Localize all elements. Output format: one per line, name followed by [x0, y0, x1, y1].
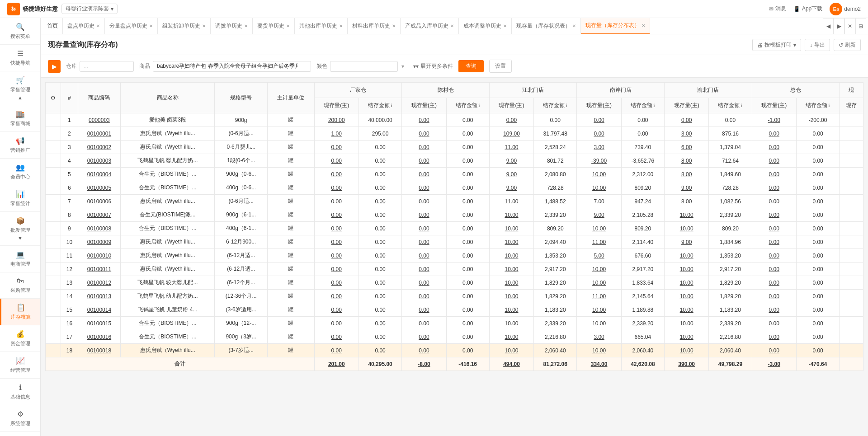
- col-f-stock[interactable]: 0.00: [314, 141, 359, 154]
- tab-split-check[interactable]: 分量盘点单历史 ✕: [105, 18, 158, 34]
- col-yb-stock[interactable]: 10.00: [665, 263, 709, 276]
- col-yb-stock[interactable]: 10.00: [665, 344, 709, 357]
- col-jb-stock[interactable]: 10.00: [489, 249, 533, 263]
- col-yb-stock[interactable]: 8.00: [665, 154, 709, 168]
- col-code[interactable]: 00100016: [78, 330, 121, 344]
- col-f-stock[interactable]: 0.00: [314, 344, 359, 357]
- col-total-stock[interactable]: 0.00: [752, 154, 796, 168]
- col-code[interactable]: 00100005: [78, 181, 121, 195]
- col-yb-stock[interactable]: 10.00: [665, 317, 709, 330]
- col-cy-stock[interactable]: 0.00: [402, 290, 446, 303]
- col-cy-stock[interactable]: 0.00: [402, 235, 446, 249]
- message-item[interactable]: ✉ 消息: [769, 5, 786, 13]
- sidebar-item-ops[interactable]: 📈 经营管理: [0, 352, 40, 379]
- col-code[interactable]: 00100002: [78, 141, 121, 154]
- col-jb-stock[interactable]: 10.00: [489, 208, 533, 222]
- col-na-stock[interactable]: -39.00: [577, 154, 621, 168]
- footer-na-stock[interactable]: 334.00: [577, 357, 621, 371]
- tab-prev-btn[interactable]: ◀: [823, 18, 834, 34]
- col-na-stock[interactable]: 0.00: [577, 113, 621, 127]
- col-na-stock[interactable]: 11.00: [577, 235, 621, 249]
- tab-product[interactable]: 产成品入库单历史 ✕: [401, 18, 459, 34]
- col-jb-stock[interactable]: 10.00: [489, 303, 533, 317]
- col-cy-stock[interactable]: 0.00: [402, 263, 446, 276]
- col-yb-stock[interactable]: 8.00: [665, 168, 709, 181]
- col-total-stock[interactable]: 0.00: [752, 195, 796, 208]
- sidebar-item-basic[interactable]: ℹ 基础信息: [0, 379, 40, 405]
- close-icon[interactable]: ✕: [202, 23, 206, 28]
- col-yb-stock[interactable]: 10.00: [665, 249, 709, 263]
- col-f-stock[interactable]: 0.00: [314, 317, 359, 330]
- col-code[interactable]: 00100007: [78, 208, 121, 222]
- query-button[interactable]: 查询: [458, 60, 484, 72]
- col-total-stock[interactable]: 0.00: [752, 181, 796, 195]
- footer-jb-stock[interactable]: 494.00: [489, 357, 533, 371]
- tab-stock-dist[interactable]: 现存量（库存分布表）✕: [581, 18, 650, 34]
- col-total-stock[interactable]: 0.00: [752, 303, 796, 317]
- col-f-stock[interactable]: 200.00: [314, 113, 359, 127]
- col-jb-stock[interactable]: 0.00: [489, 113, 533, 127]
- col-jb-stock[interactable]: 10.00: [489, 235, 533, 249]
- tab-home[interactable]: 首页: [42, 18, 63, 34]
- close-icon[interactable]: ✕: [96, 23, 100, 28]
- user-item[interactable]: Ea demo2: [830, 3, 861, 15]
- footer-total-stock[interactable]: -3.00: [752, 357, 796, 371]
- th-gear[interactable]: ⚙: [46, 83, 61, 113]
- col-yb-stock[interactable]: 10.00: [665, 276, 709, 290]
- more-conditions[interactable]: ▾▾ 展开更多条件: [413, 62, 453, 70]
- col-total-stock[interactable]: 0.00: [752, 330, 796, 344]
- col-total-stock[interactable]: 0.00: [752, 290, 796, 303]
- col-code[interactable]: 00100008: [78, 222, 121, 235]
- col-yb-stock[interactable]: 10.00: [665, 290, 709, 303]
- col-f-stock[interactable]: 0.00: [314, 249, 359, 263]
- col-f-stock[interactable]: 0.00: [314, 181, 359, 195]
- close-icon[interactable]: ✕: [572, 23, 576, 28]
- sidebar-item-mall[interactable]: 🏬 零售商城: [0, 105, 40, 132]
- close-icon[interactable]: ✕: [244, 23, 248, 28]
- store-selector[interactable]: 母婴行业演示陈套 ▾: [61, 4, 118, 14]
- col-total-stock[interactable]: 0.00: [752, 222, 796, 235]
- col-f-stock[interactable]: 0.00: [314, 168, 359, 181]
- col-cy-stock[interactable]: 0.00: [402, 113, 446, 127]
- sidebar-item-marketing[interactable]: 📢 营销推广: [0, 132, 40, 159]
- col-na-stock[interactable]: 5.00: [577, 249, 621, 263]
- col-jb-stock[interactable]: 10.00: [489, 276, 533, 290]
- tab-material[interactable]: 材料出库单历史 ✕: [348, 18, 401, 34]
- setting-button[interactable]: 设置: [489, 60, 512, 73]
- col-jb-stock[interactable]: 9.00: [489, 181, 533, 195]
- refresh-button[interactable]: ↺ 刷新: [834, 39, 861, 51]
- col-f-stock[interactable]: 0.00: [314, 330, 359, 344]
- col-cy-stock[interactable]: 0.00: [402, 208, 446, 222]
- col-f-stock[interactable]: 0.00: [314, 276, 359, 290]
- col-total-stock[interactable]: 0.00: [752, 127, 796, 141]
- col-f-stock[interactable]: 0.00: [314, 290, 359, 303]
- col-jb-stock[interactable]: 10.00: [489, 317, 533, 330]
- sidebar-item-collab[interactable]: 🤝 企业协同: [0, 432, 40, 436]
- col-cy-stock[interactable]: 0.00: [402, 154, 446, 168]
- close-icon[interactable]: ✕: [339, 23, 343, 28]
- col-cy-stock[interactable]: 0.00: [402, 303, 446, 317]
- col-cy-stock[interactable]: 0.00: [402, 222, 446, 235]
- col-yb-stock[interactable]: 3.00: [665, 127, 709, 141]
- col-code[interactable]: 00100010: [78, 249, 121, 263]
- tab-transfer[interactable]: 调拨单历史 ✕: [211, 18, 253, 34]
- color-input[interactable]: [330, 61, 398, 72]
- col-yb-stock[interactable]: 8.00: [665, 195, 709, 208]
- col-f-stock[interactable]: 0.00: [314, 154, 359, 168]
- col-jb-stock[interactable]: 11.00: [489, 141, 533, 154]
- sidebar-item-retail-stats[interactable]: 📊 零售统计: [0, 185, 40, 212]
- sidebar-item-wholesale[interactable]: 📦 批发管理 ▼: [0, 212, 40, 246]
- col-total-stock[interactable]: 0.00: [752, 344, 796, 357]
- col-total-stock[interactable]: -1.00: [752, 113, 796, 127]
- tab-cost[interactable]: 成本调整单历史 ✕: [459, 18, 512, 34]
- col-na-stock[interactable]: 7.00: [577, 195, 621, 208]
- col-cy-stock[interactable]: 0.00: [402, 195, 446, 208]
- col-yb-stock[interactable]: 10.00: [665, 222, 709, 235]
- close-icon[interactable]: ✕: [450, 23, 454, 28]
- warehouse-input[interactable]: ...: [80, 61, 134, 72]
- col-code[interactable]: 0000003: [78, 113, 121, 127]
- print-button[interactable]: 🖨 按模板打印 ▾: [752, 39, 801, 51]
- col-jb-stock[interactable]: 11.00: [489, 195, 533, 208]
- col-cy-stock[interactable]: 0.00: [402, 344, 446, 357]
- col-cy-stock[interactable]: 0.00: [402, 141, 446, 154]
